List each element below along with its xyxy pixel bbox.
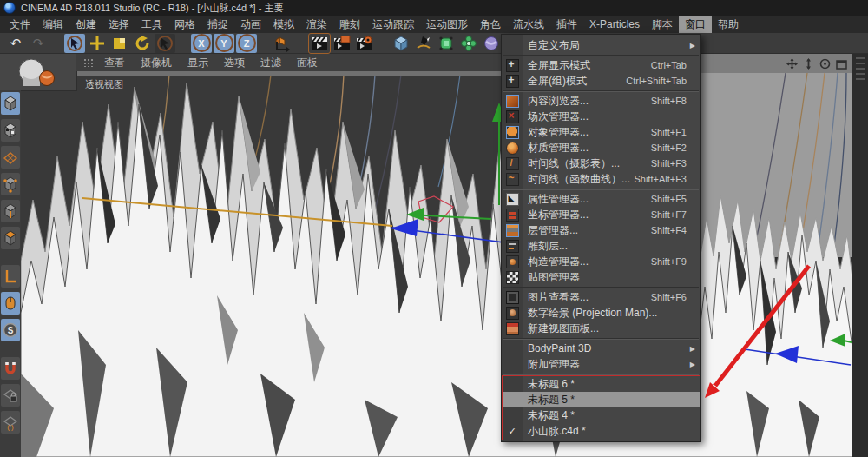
window-menu-item[interactable]: 未标题 5 * <box>502 392 700 407</box>
viewport-menu-item[interactable]: 面板 <box>290 56 325 70</box>
rotate-view-icon[interactable] <box>819 58 831 70</box>
points-mode-button[interactable] <box>1 173 20 195</box>
viewport-menu-item[interactable]: 显示 <box>181 56 215 70</box>
menu-bar-item[interactable]: 窗口 <box>679 16 712 33</box>
axis-mode-button[interactable] <box>1 265 20 288</box>
submenu-arrow-icon: ▶ <box>690 42 700 50</box>
window-menu-item[interactable]: BodyPaint 3D ▶ <box>502 341 700 356</box>
menu-bar-item[interactable]: X-Particles <box>583 16 646 33</box>
scale-tool-button[interactable] <box>109 34 130 53</box>
window-menu-item[interactable]: 内容浏览器... Shift+F8 <box>502 93 700 109</box>
menu-bar-item[interactable]: 运动跟踪 <box>366 16 420 33</box>
lock-workplane-button[interactable] <box>1 384 20 407</box>
axis-icon <box>3 268 18 285</box>
window-menu-item[interactable]: 坐标管理器... Shift+F7 <box>502 207 700 222</box>
window-menu-item[interactable]: 构造管理器... Shift+F9 <box>502 254 700 269</box>
menu-bar-item-label: 选择 <box>108 17 129 32</box>
snap-button[interactable] <box>1 357 20 380</box>
window-menu-item[interactable]: 图片查看器... Shift+F6 <box>502 289 700 305</box>
collapsed-panel-strip[interactable] <box>852 54 868 457</box>
menu-bar-item[interactable]: 网格 <box>168 16 201 33</box>
viewport-menu-item[interactable]: 选项 <box>217 56 252 70</box>
window-menu-item[interactable]: 附加管理器 ▶ <box>502 356 700 372</box>
window-menu-item[interactable]: 场次管理器... <box>502 109 700 124</box>
polygons-mode-button[interactable] <box>1 227 20 249</box>
menu-item-label: 属性管理器... <box>523 192 651 207</box>
window-menu-item[interactable]: 属性管理器... Shift+F5 <box>502 191 700 207</box>
menu-bar-item-label: 模拟 <box>273 17 294 32</box>
menu-bar-item[interactable]: 捕捉 <box>201 16 234 33</box>
window-menu-item[interactable]: 全屏(组)模式 Ctrl+Shift+Tab <box>502 73 700 89</box>
viewport-menu-item[interactable]: 摄像机 <box>134 56 179 70</box>
menu-bar-item[interactable]: 帮助 <box>712 16 745 33</box>
window-menu-item[interactable]: 对象管理器... Shift+F1 <box>502 124 700 140</box>
menu-bar-item[interactable]: 角色 <box>474 16 507 33</box>
menu-bar-item[interactable]: 编辑 <box>36 16 69 33</box>
window-menu-item[interactable]: 贴图管理器 <box>502 269 700 285</box>
window-menu-item[interactable]: 全屏显示模式 Ctrl+Tab <box>502 57 700 73</box>
viewport-menu-item-label: 面板 <box>297 56 318 69</box>
window-menu-item[interactable]: 雕刻层... <box>502 238 700 254</box>
edges-mode-button[interactable] <box>1 200 20 222</box>
add-primitive-button[interactable] <box>391 34 411 53</box>
menu-bar-item[interactable]: 脚本 <box>646 16 679 33</box>
spline-pen-button[interactable] <box>413 34 434 53</box>
solo-mode-button[interactable]: S <box>1 319 20 341</box>
window-menu-item[interactable]: 新建视图面板... <box>502 321 700 336</box>
texture-mode-button[interactable] <box>1 119 20 142</box>
menu-bar-item[interactable]: 运动图形 <box>420 16 474 33</box>
render-to-picture-viewer-button[interactable] <box>332 34 352 53</box>
undo-button[interactable]: ↶ <box>5 34 26 53</box>
menu-bar-item[interactable]: 模拟 <box>267 16 300 33</box>
y-axis-button[interactable]: Y <box>214 34 234 53</box>
window-menu-item[interactable]: ✓ 小山脉.c4d * <box>502 423 700 439</box>
window-menu-item[interactable]: 时间线（摄影表）... Shift+F3 <box>502 156 700 171</box>
layout-corner-cell[interactable] <box>0 54 77 91</box>
window-menu-item[interactable]: 未标题 4 * <box>502 407 700 423</box>
environment-button[interactable] <box>481 34 502 53</box>
window-menu-item[interactable]: 自定义布局 ▶ <box>502 37 700 53</box>
last-tool-button[interactable] <box>155 34 175 53</box>
workplane-mode2-button[interactable]: ( ) <box>1 411 20 434</box>
zoom-icon[interactable] <box>803 58 814 70</box>
move-tool-button[interactable] <box>87 34 108 53</box>
menu-bar-item[interactable]: 工具 <box>135 16 168 33</box>
render-view-button[interactable] <box>309 34 330 53</box>
viewport-solo-button[interactable] <box>1 292 20 315</box>
workplane-mode-button[interactable] <box>1 146 20 169</box>
window-menu-item[interactable]: 层管理器... Shift+F4 <box>502 222 700 238</box>
z-axis-button[interactable]: Z <box>236 34 257 53</box>
subdivision-surface-button[interactable] <box>436 34 457 53</box>
menu-item-label: 层管理器... <box>523 223 651 238</box>
viewport-menu-item-label: 查看 <box>104 56 125 69</box>
live-selection-button[interactable] <box>64 34 85 53</box>
viewport-menu-item[interactable]: 查看 <box>97 56 132 70</box>
deformer-button[interactable] <box>458 34 479 53</box>
menu-bar-item[interactable]: 流水线 <box>507 16 550 33</box>
secondary-viewport[interactable] <box>700 73 852 457</box>
window-menu-item[interactable]: 数字绘景 (Projection Man)... <box>502 305 700 321</box>
menu-bar-item[interactable]: 雕刻 <box>333 16 366 33</box>
maximize-view-icon[interactable] <box>836 58 847 70</box>
cursor-circle-icon <box>156 35 174 52</box>
menu-bar-item-label: 流水线 <box>513 17 544 32</box>
window-menu-item[interactable]: 时间线（函数曲线）... Shift+Alt+F3 <box>502 171 700 187</box>
window-menu-item[interactable]: 材质管理器... Shift+F2 <box>502 140 700 156</box>
menu-bar-item[interactable]: 渲染 <box>300 16 333 33</box>
drag-handle-icon[interactable] <box>83 58 94 67</box>
menu-item-label: 未标题 4 * <box>523 408 687 423</box>
menu-bar-item[interactable]: 文件 <box>3 16 36 33</box>
menu-bar-item[interactable]: 插件 <box>550 16 583 33</box>
menu-bar-item[interactable]: 动画 <box>234 16 267 33</box>
pan-icon[interactable] <box>786 58 798 70</box>
menu-bar-item[interactable]: 选择 <box>102 16 135 33</box>
viewport-menu-item[interactable]: 过滤 <box>253 56 288 70</box>
model-mode-button[interactable] <box>1 92 20 115</box>
redo-button[interactable]: ↷ <box>28 34 49 53</box>
render-settings-button[interactable] <box>354 34 375 53</box>
coordinate-system-button[interactable] <box>273 34 293 53</box>
rotate-tool-button[interactable] <box>132 34 153 53</box>
x-axis-button[interactable]: X <box>191 34 212 53</box>
menu-bar-item[interactable]: 创建 <box>69 16 102 33</box>
window-menu-item[interactable]: 未标题 6 * <box>502 376 700 392</box>
